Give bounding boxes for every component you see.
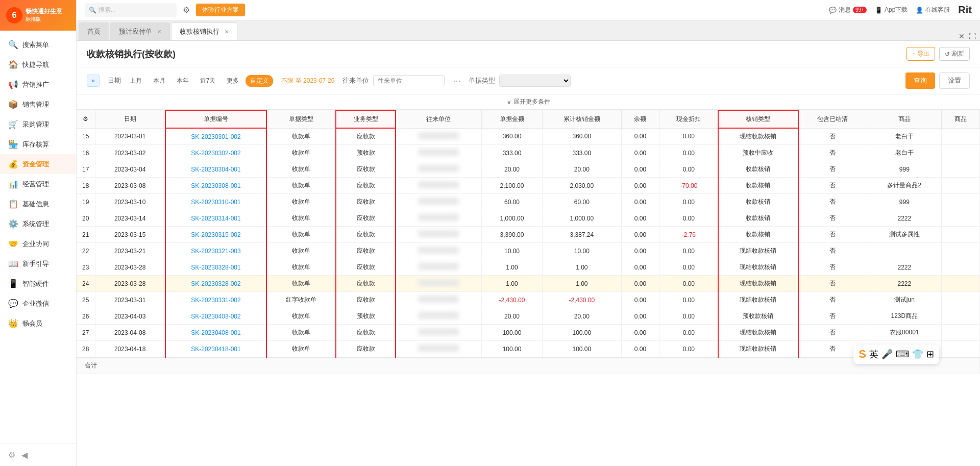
sidebar-item-member[interactable]: 👑畅会员 [0,313,76,333]
sidebar-item-wechat[interactable]: 💬企业微信 [0,293,76,313]
cell-doctype: 收款单 [266,243,336,259]
cell-goods2 [942,308,980,325]
sidebar-item-hardware[interactable]: 📱智能硬件 [0,274,76,293]
sidebar-item-marketing[interactable]: 📢营销推广 [0,75,76,94]
date-more[interactable]: 更多 [222,75,243,87]
docno-link[interactable]: SK-20230315-002 [191,231,240,238]
export-btn[interactable]: ↑ 导出 [906,47,935,61]
cell-seq: 17 [77,161,95,178]
header-right-actions: 💬 消息 99+ 📱 App下载 👤 在线客服 Rit [829,4,972,16]
filter-toggle-btn[interactable]: » [87,75,100,87]
online-service-btn[interactable]: 👤 在线客服 [916,6,950,14]
sidebar-item-system[interactable]: ⚙️系统管理 [0,214,76,234]
partner-input[interactable] [373,75,445,86]
sidebar-item-inventory[interactable]: 🏪库存核算 [0,134,76,154]
tab-fullscreen-icon[interactable]: ⛶ [969,32,976,40]
cell-seq: 20 [77,210,95,227]
cell-amount: 1,000.00 [481,210,542,227]
tab-collection-close[interactable]: × [225,28,229,36]
date-7days[interactable]: 近7天 [195,75,220,87]
service-icon: 👤 [916,7,923,14]
sidebar-item-enterprise[interactable]: 🤝企业协同 [0,234,76,254]
watermark-mic-icon[interactable]: 🎤 [881,349,893,360]
docno-link[interactable]: SK-20230321-003 [191,248,240,255]
partner-blurred [418,296,459,303]
sidebar-label-guide: 新手引导 [22,259,49,268]
refresh-btn[interactable]: ↺ 刷新 [939,47,970,61]
th-biztype: 业务类型 [336,110,395,128]
cell-writeoff: 3,387.24 [543,227,622,243]
cell-partner [396,243,482,259]
cell-balance: 0.00 [621,145,659,161]
sidebar-item-finance[interactable]: 💰资金管理 [0,154,76,174]
industry-btn[interactable]: 体验行业方案 [196,4,245,16]
date-this-year[interactable]: 本年 [172,75,193,87]
cell-docno: SK-20230403-002 [165,308,266,325]
sidebar-item-quick-nav[interactable]: 🏠快捷导航 [0,55,76,75]
message-btn[interactable]: 💬 消息 99+ [829,6,867,14]
cell-settled: 否 [798,325,867,341]
search-box[interactable]: 🔍 搜索... [85,3,177,17]
date-last-month[interactable]: 上月 [125,75,146,87]
sidebar-item-sales[interactable]: 📦销售管理 [0,94,76,114]
docno-link[interactable]: SK-20230310-001 [191,199,240,206]
watermark-english-icon[interactable]: 英 [869,348,878,360]
cell-writeoff: 2,030.00 [543,178,622,194]
filter-settings-btn[interactable]: 设置 [939,72,970,89]
docno-link[interactable]: SK-20230314-001 [191,215,240,222]
sidebar-item-purchase[interactable]: 🛒采购管理 [0,114,76,134]
sidebar-item-basic[interactable]: 📋基础信息 [0,194,76,214]
table-row: 21 2023-03-15 SK-20230315-002 收款单 应收款 3,… [77,227,980,243]
th-settled: 包含已结清 [798,110,867,128]
sidebar-label-purchase: 采购管理 [22,120,49,129]
cell-goods1: 老白干 [867,145,942,161]
cell-settled: 否 [798,194,867,210]
tab-prepay-close[interactable]: × [157,28,161,36]
cell-writetype: 收款核销 [718,161,798,178]
cell-amount: 20.00 [481,161,542,178]
app-download-btn[interactable]: 📱 App下载 [875,6,908,14]
message-icon: 💬 [829,7,837,14]
docno-link[interactable]: SK-20230408-001 [191,329,240,336]
sidebar-item-search-menu[interactable]: 🔍搜索菜单 [0,35,76,55]
expand-btn[interactable]: ∨ 展开更多条件 [507,97,550,106]
watermark-keyboard-icon[interactable]: ⌨ [896,349,909,360]
cell-balance: 0.00 [621,161,659,178]
settings-icon[interactable]: ⚙ [8,450,15,460]
tab-home[interactable]: 首页 [79,22,109,40]
th-gear[interactable]: ⚙ [77,110,95,128]
filter-dots[interactable]: ··· [453,76,460,86]
sidebar-icon-quick-nav: 🏠 [8,60,18,69]
partner-blurred [418,263,459,270]
partner-blurred [418,181,459,188]
cell-biztype: 应收款 [336,227,395,243]
tab-collection[interactable]: 收款核销执行 × [171,22,237,40]
docno-link[interactable]: SK-20230308-001 [191,182,240,189]
query-btn[interactable]: 查询 [905,72,935,89]
docno-link[interactable]: SK-20230418-001 [191,346,240,353]
date-custom[interactable]: 自定义 [246,75,273,87]
th-writetype: 核销类型 [718,110,798,128]
date-this-month[interactable]: 本月 [149,75,170,87]
cell-amount: 1.00 [481,259,542,276]
docno-link[interactable]: SK-20230302-002 [191,150,240,157]
tab-close-all-icon[interactable]: ✕ [959,32,965,40]
tab-prepay[interactable]: 预计应付单 × [110,22,170,40]
cell-discount: 0.00 [659,194,718,210]
gear-icon[interactable]: ⚙ [183,5,190,15]
docno-link[interactable]: SK-20230331-002 [191,297,240,304]
sidebar-item-operation[interactable]: 📊经营管理 [0,174,76,194]
doctype-filter: 单据类型 [469,75,571,87]
collapse-icon[interactable]: ◀ [21,450,28,460]
docno-link[interactable]: SK-20230304-001 [191,166,240,173]
sidebar-item-guide[interactable]: 📖新手引导 [0,254,76,274]
watermark-shirt-icon[interactable]: 👕 [912,349,923,360]
docno-link[interactable]: SK-20230403-002 [191,313,240,320]
docno-link[interactable]: SK-20230328-001 [191,264,240,271]
doctype-select[interactable] [499,75,571,87]
table-row: 26 2023-04-03 SK-20230403-002 收款单 预收款 20… [77,308,980,325]
cell-seq: 27 [77,325,95,341]
docno-link[interactable]: SK-20230301-002 [191,133,240,140]
docno-link[interactable]: SK-20230328-002 [191,280,240,287]
watermark-grid-icon[interactable]: ⊞ [926,349,934,360]
